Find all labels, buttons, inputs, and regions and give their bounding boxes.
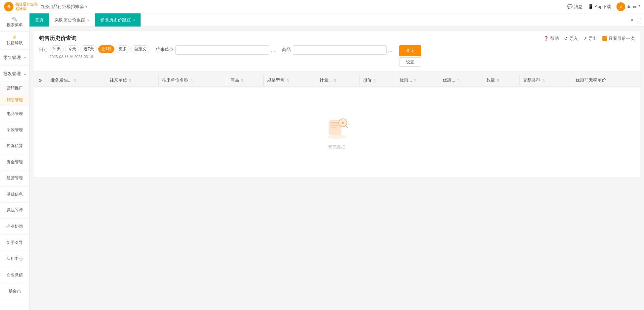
col-quantity[interactable]: 数量 ⇅ [483, 74, 520, 87]
sidebar-item-ecom[interactable]: 电商管理 [0, 106, 29, 122]
app-icon: 📱 [588, 4, 593, 9]
logo-text: 畅捷通好生意 标准版 [15, 2, 38, 11]
sidebar-item-system[interactable]: 系统管理 [0, 203, 29, 219]
sort-icon: ⇅ [190, 79, 193, 82]
col-unit-code[interactable]: 往来单位 ⇅ [106, 74, 159, 87]
goods-select-button[interactable]: ... [388, 47, 392, 53]
chevron-down-icon[interactable]: ▾ [85, 4, 88, 9]
tab-sales-close[interactable]: × [133, 18, 135, 22]
empty-state: 暂无数据 [34, 87, 640, 177]
tab-purchase[interactable]: 采购历史价跟踪 × [49, 13, 95, 27]
col-goods[interactable]: 商品 ⇅ [227, 74, 264, 87]
sidebar-item-basic[interactable]: 基础信息 [0, 187, 29, 203]
help-button[interactable]: ❓ 帮助 [543, 36, 559, 42]
col-biz-date[interactable]: 业务发生... ⇅ [47, 74, 106, 87]
empty-icon [323, 113, 350, 140]
sort-icon: ⇅ [241, 79, 244, 82]
sidebar-item-wholesale[interactable]: 批发管理 ▴ [0, 66, 29, 82]
logo-area: 6 畅捷通好生意 标准版 [4, 2, 38, 11]
app-download-button[interactable]: 📱 App下载 [588, 4, 611, 10]
query-button[interactable]: 查询 [399, 45, 421, 56]
sidebar-item-retail[interactable]: 零售管理 ▾ [0, 50, 29, 66]
content-area: 首页 采购历史价跟踪 × 销售历史价跟踪 × ✕ ⛶ 销售历史价查询 [30, 13, 644, 310]
col-discount1[interactable]: 优惠... ⇅ [396, 74, 439, 87]
svg-rect-3 [331, 125, 338, 126]
tab-sales[interactable]: 销售历史价跟踪 × [95, 13, 141, 27]
data-table: ⚙ 业务发生... ⇅ 往来单位 ⇅ [34, 74, 640, 87]
sidebar-submenu-wholesale: 营销推广 销售管理 [0, 82, 29, 106]
sidebar-item-search[interactable]: 🔍 搜索菜单 [0, 13, 29, 32]
sidebar-item-ops[interactable]: 经营管理 [0, 170, 29, 187]
table-wrapper: ⚙ 业务发生... ⇅ 往来单位 ⇅ [34, 74, 640, 177]
col-unit[interactable]: 计量... ⇅ [316, 74, 359, 87]
sidebar-item-marketing[interactable]: 营销推广 [0, 82, 29, 94]
tab-purchase-close[interactable]: × [87, 18, 89, 22]
table-header: ⚙ 业务发生... ⇅ 往来单位 ⇅ [34, 74, 640, 87]
filter-date: 日期 昨天 今天 近7天 近1月 更多 自定义 2023-02-18 至 202… [39, 45, 149, 59]
date-btn-custom[interactable]: 自定义 [131, 45, 149, 53]
col-price[interactable]: 报价 ⇅ [359, 74, 396, 87]
filter-unit: 往来单位 ... [156, 45, 275, 55]
date-btn-today[interactable]: 今天 [65, 45, 79, 53]
date-btn-7days[interactable]: 近7天 [80, 45, 97, 53]
sort-icon: ⇅ [373, 79, 376, 82]
query-panel: 销售历史价查询 ❓ 帮助 ↺ 导入 ↗ 导出 [34, 31, 640, 71]
topbar-left: 6 畅捷通好生意 标准版 办公用品行业模拟账套 ▾ [4, 2, 88, 11]
filter-unit-input-wrapper: ... [175, 45, 275, 55]
gear-icon[interactable]: ⚙ [38, 78, 42, 83]
date-range-text: 2023-02-18 至 2023-03-18 [50, 54, 149, 59]
unit-select-button[interactable]: ... [271, 47, 275, 53]
tab-home[interactable]: 首页 [30, 13, 49, 27]
sort-icon: ⇅ [542, 79, 545, 82]
import-button[interactable]: ↺ 导入 [564, 36, 578, 42]
sort-icon: ⇅ [497, 79, 499, 82]
sidebar-item-appstore[interactable]: 应用中心 [0, 251, 29, 267]
svg-rect-4 [331, 127, 337, 128]
date-btn-more[interactable]: 更多 [116, 45, 130, 53]
date-buttons: 昨天 今天 近7天 近1月 更多 自定义 [50, 45, 149, 53]
sidebar-item-member[interactable]: 畅会员 [0, 283, 29, 299]
svg-point-6 [342, 122, 344, 124]
page-title: 销售历史价查询 [39, 35, 76, 42]
sidebar-item-corp[interactable]: 企业协同 [0, 219, 29, 235]
col-discount2[interactable]: 优惠... ⇅ [439, 74, 483, 87]
filter-row: 日期 昨天 今天 近7天 近1月 更多 自定义 2023-02-18 至 202… [39, 45, 635, 67]
col-trade-type[interactable]: 交易类型 ⇅ [520, 74, 572, 87]
empty-text: 暂无数据 [328, 144, 345, 150]
checkbox-icon: ✓ [602, 36, 607, 41]
col-pretax-price[interactable]: 优惠前无税单价 [572, 74, 640, 87]
sidebar-item-sales-mgmt[interactable]: 销售管理 [0, 94, 29, 106]
sidebar-item-wechat[interactable]: 企业微信 [0, 267, 29, 283]
user-menu[interactable]: D demo2 [616, 2, 640, 11]
sidebar-item-quick[interactable]: ⚡ 快捷导航 [0, 32, 29, 50]
sidebar: 🔍 搜索菜单 ⚡ 快捷导航 零售管理 ▾ 批发管理 ▴ 营销推广 销售管理 电商… [0, 13, 30, 310]
svg-point-0 [327, 135, 346, 139]
table-panel: ⚙ 业务发生... ⇅ 往来单位 ⇅ [34, 74, 640, 177]
chevron-down-icon: ▾ [24, 56, 26, 59]
sort-icon: ⇅ [129, 79, 131, 82]
sidebar-item-inventory[interactable]: 库存核算 [0, 138, 29, 154]
chevron-up-icon: ▴ [24, 72, 26, 75]
date-btn-1month[interactable]: 近1月 [98, 45, 115, 53]
export-button[interactable]: ↗ 导出 [583, 36, 597, 42]
only-last-checkbox[interactable]: ✓ 只看最后一次 [602, 36, 635, 42]
col-unit-name[interactable]: 往来单位名称 ⇅ [159, 74, 227, 87]
unit-input[interactable] [175, 45, 269, 55]
col-biz-date-label: 业务发生... [51, 78, 72, 83]
sort-icon: ⇅ [414, 79, 417, 82]
topbar-right: 💬 消息 📱 App下载 D demo2 [567, 2, 640, 11]
export-icon: ↗ [583, 36, 587, 41]
date-btn-yesterday[interactable]: 昨天 [50, 45, 64, 53]
tab-close-window[interactable]: ✕ [630, 17, 634, 23]
message-button[interactable]: 💬 消息 [567, 4, 583, 10]
setting-button[interactable]: 设置 [399, 57, 421, 67]
sidebar-item-finance[interactable]: 资金管理 [0, 154, 29, 170]
check-icon: ✓ [603, 37, 606, 40]
query-title-row: 销售历史价查询 ❓ 帮助 ↺ 导入 ↗ 导出 [39, 35, 635, 42]
col-spec[interactable]: 规格型号 ⇅ [264, 74, 316, 87]
tab-maximize[interactable]: ⛶ [637, 17, 641, 23]
sidebar-item-purchase[interactable]: 采购管理 [0, 122, 29, 138]
tab-bar: 首页 采购历史价跟踪 × 销售历史价跟踪 × ✕ ⛶ [30, 13, 644, 27]
sidebar-item-guide[interactable]: 新手引导 [0, 235, 29, 251]
goods-input[interactable] [293, 45, 387, 55]
